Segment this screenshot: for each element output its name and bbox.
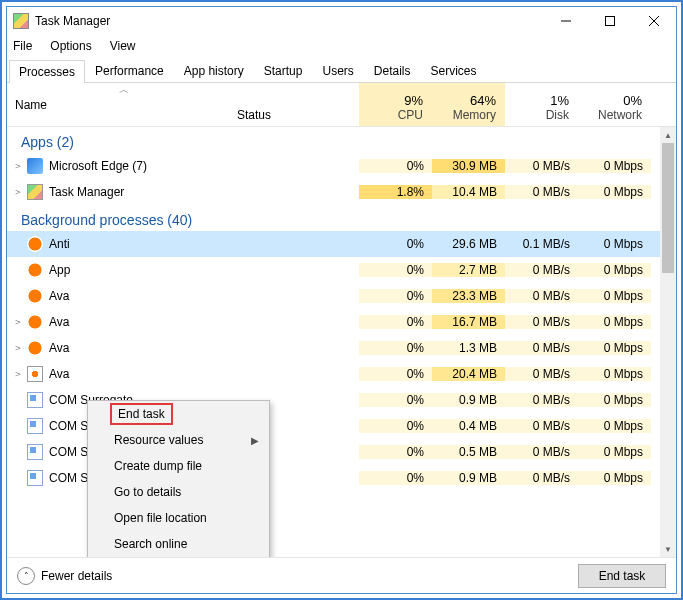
- tab-details[interactable]: Details: [364, 59, 421, 82]
- menu-file[interactable]: File: [13, 39, 32, 53]
- scrollbar-thumb[interactable]: [662, 143, 674, 273]
- cell-cpu: 0%: [359, 159, 432, 173]
- header-memory[interactable]: 64%Memory: [432, 83, 505, 126]
- tab-services[interactable]: Services: [421, 59, 487, 82]
- tab-startup[interactable]: Startup: [254, 59, 313, 82]
- cell-disk: 0 MB/s: [505, 315, 578, 329]
- ctx-search-online[interactable]: Search online: [88, 531, 269, 557]
- cell-cpu: 0%: [359, 419, 432, 433]
- header-cpu[interactable]: 9%CPU: [359, 83, 432, 126]
- expand-chevron-icon[interactable]: ＞: [9, 159, 27, 173]
- process-icon: [27, 236, 43, 252]
- tab-processes[interactable]: Processes: [9, 60, 85, 83]
- header-status[interactable]: Status: [233, 83, 359, 126]
- process-icon: [27, 366, 43, 382]
- cell-cpu: 0%: [359, 471, 432, 485]
- menu-options[interactable]: Options: [50, 39, 91, 53]
- cell-cpu: 0%: [359, 367, 432, 381]
- context-menu: End task Resource values▶ Create dump fi…: [87, 400, 270, 557]
- process-row[interactable]: ＞Ava0%20.4 MB0 MB/s0 Mbps: [7, 361, 660, 387]
- cell-memory: 30.9 MB: [432, 159, 505, 173]
- header-disk[interactable]: 1%Disk: [505, 83, 578, 126]
- process-row[interactable]: ＞Microsoft Edge (7)0%30.9 MB0 MB/s0 Mbps: [7, 153, 660, 179]
- process-icon: [27, 158, 43, 174]
- cell-disk: 0 MB/s: [505, 289, 578, 303]
- expand-chevron-icon[interactable]: ＞: [9, 367, 27, 381]
- cell-cpu: 0%: [359, 445, 432, 459]
- process-icon: [27, 184, 43, 200]
- cell-cpu: 0%: [359, 237, 432, 251]
- cell-disk: 0 MB/s: [505, 445, 578, 459]
- cell-disk: 0 MB/s: [505, 263, 578, 277]
- ctx-go-to-details[interactable]: Go to details: [88, 479, 269, 505]
- cell-memory: 0.9 MB: [432, 393, 505, 407]
- cell-disk: 0.1 MB/s: [505, 237, 578, 251]
- scroll-down-icon[interactable]: ▼: [660, 541, 676, 557]
- ctx-resource-values[interactable]: Resource values▶: [88, 427, 269, 453]
- cell-disk: 0 MB/s: [505, 159, 578, 173]
- cell-disk: 0 MB/s: [505, 471, 578, 485]
- tab-app-history[interactable]: App history: [174, 59, 254, 82]
- cell-memory: 29.6 MB: [432, 237, 505, 251]
- vertical-scrollbar[interactable]: ▲ ▼: [660, 127, 676, 557]
- menubar: File Options View: [7, 35, 676, 57]
- cell-network: 0 Mbps: [578, 315, 651, 329]
- menu-view[interactable]: View: [110, 39, 136, 53]
- minimize-button[interactable]: [544, 7, 588, 35]
- tab-bar: Processes Performance App history Startu…: [7, 57, 676, 83]
- process-row[interactable]: ＞Ava0%1.3 MB0 MB/s0 Mbps: [7, 335, 660, 361]
- process-row[interactable]: Ava0%23.3 MB0 MB/s0 Mbps: [7, 283, 660, 309]
- cell-memory: 23.3 MB: [432, 289, 505, 303]
- tab-users[interactable]: Users: [312, 59, 363, 82]
- fewer-details-label: Fewer details: [41, 569, 112, 583]
- cell-memory: 16.7 MB: [432, 315, 505, 329]
- column-headers: ︿ Name Status 9%CPU 64%Memory 1%Disk 0%N…: [7, 83, 676, 127]
- process-icon: [27, 288, 43, 304]
- cell-disk: 0 MB/s: [505, 341, 578, 355]
- ctx-create-dump[interactable]: Create dump file: [88, 453, 269, 479]
- process-row[interactable]: ＞Ava0%16.7 MB0 MB/s0 Mbps: [7, 309, 660, 335]
- expand-chevron-icon[interactable]: ＞: [9, 341, 27, 355]
- tab-performance[interactable]: Performance: [85, 59, 174, 82]
- process-row[interactable]: App0%2.7 MB0 MB/s0 Mbps: [7, 257, 660, 283]
- process-name: Task Manager: [49, 185, 233, 199]
- window-title: Task Manager: [35, 14, 544, 28]
- scroll-up-icon[interactable]: ▲: [660, 127, 676, 143]
- process-name: Ava: [49, 315, 233, 329]
- maximize-button[interactable]: [588, 7, 632, 35]
- end-task-button[interactable]: End task: [578, 564, 666, 588]
- process-name: Ava: [49, 341, 233, 355]
- process-name: Ava: [49, 367, 233, 381]
- cell-network: 0 Mbps: [578, 367, 651, 381]
- header-network[interactable]: 0%Network: [578, 83, 651, 126]
- ctx-end-task[interactable]: End task: [88, 401, 269, 427]
- cell-disk: 0 MB/s: [505, 419, 578, 433]
- app-icon: [13, 13, 29, 29]
- cell-network: 0 Mbps: [578, 289, 651, 303]
- process-icon: [27, 444, 43, 460]
- cell-memory: 20.4 MB: [432, 367, 505, 381]
- titlebar: Task Manager: [7, 7, 676, 35]
- cell-cpu: 0%: [359, 289, 432, 303]
- sort-chevron-icon: ︿: [119, 83, 129, 97]
- process-row[interactable]: Anti0%29.6 MB0.1 MB/s0 Mbps: [7, 231, 660, 257]
- group-header: Background processes (40): [7, 202, 359, 234]
- cell-disk: 0 MB/s: [505, 393, 578, 407]
- process-name: Ava: [49, 289, 233, 303]
- expand-chevron-icon[interactable]: ＞: [9, 185, 27, 199]
- fewer-details-button[interactable]: ˄ Fewer details: [17, 567, 112, 585]
- cell-network: 0 Mbps: [578, 159, 651, 173]
- group-header: Apps (2): [7, 127, 359, 156]
- svg-rect-1: [606, 17, 615, 26]
- submenu-arrow-icon: ▶: [251, 435, 259, 446]
- cell-network: 0 Mbps: [578, 445, 651, 459]
- process-name: Anti: [49, 237, 233, 251]
- process-name: Microsoft Edge (7): [49, 159, 233, 173]
- expand-chevron-icon[interactable]: ＞: [9, 315, 27, 329]
- cell-disk: 0 MB/s: [505, 185, 578, 199]
- cell-network: 0 Mbps: [578, 471, 651, 485]
- cell-disk: 0 MB/s: [505, 367, 578, 381]
- close-button[interactable]: [632, 7, 676, 35]
- ctx-open-file-location[interactable]: Open file location: [88, 505, 269, 531]
- cell-network: 0 Mbps: [578, 419, 651, 433]
